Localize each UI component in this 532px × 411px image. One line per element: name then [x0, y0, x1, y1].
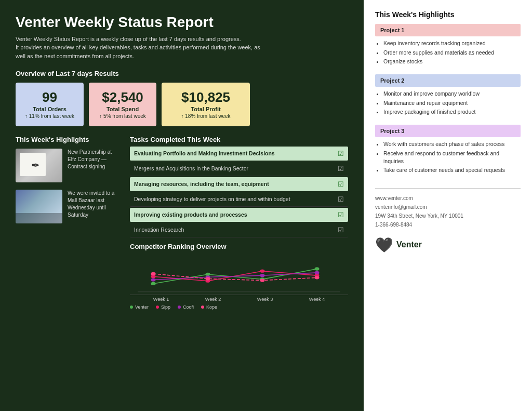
contact-website: www.venter.com	[375, 194, 521, 203]
tasks-competitor-col: Tasks Completed This Week Evaluating Por…	[130, 136, 348, 310]
legend-dot-coofi	[178, 306, 181, 309]
task-checkbox-1: ☑	[338, 150, 344, 157]
total-profit-number: $10,825	[171, 90, 241, 105]
rp-section-title: This Week's Highlights	[375, 10, 521, 19]
highlight-item-1: New Partnership at Elfz Company — Contra…	[16, 149, 119, 182]
project-3-header: Project 3	[375, 125, 521, 137]
task-checkbox-4: ☑	[338, 195, 344, 203]
svg-point-12	[315, 271, 320, 274]
total-spend-label: Total Spend	[98, 106, 147, 112]
total-spend-change: ↑ 5% from last week	[98, 113, 147, 119]
week-label-2: Week 2	[205, 297, 221, 302]
legend-dot-sipp	[156, 306, 159, 309]
legend-dot-kope	[201, 306, 204, 309]
project-3-items: Work with customers each phase of sales …	[375, 140, 521, 174]
project-card-2: Project 2 Monitor and improve company wo…	[375, 74, 521, 117]
overview-section-title: Overview of Last 7 days Results	[16, 70, 348, 77]
svg-point-14	[206, 277, 210, 280]
task-text-4: Developing strategy to deliver projects …	[134, 195, 335, 203]
total-orders-number: 99	[25, 90, 74, 105]
task-text-6: Innovation Research	[134, 226, 335, 233]
logo-area: 🖤 Venter	[375, 236, 521, 254]
total-spend-box: $2,540 Total Spend ↑ 5% from last week	[89, 83, 156, 126]
contact-phone: 1-366-698-8484	[375, 220, 521, 229]
svg-point-13	[151, 272, 156, 275]
task-checkbox-6: ☑	[338, 226, 344, 234]
legend-kope: Kope	[201, 304, 217, 310]
task-checkbox-5: ☑	[338, 211, 344, 219]
legend-label-kope: Kope	[206, 304, 217, 310]
project-3-item-1: Work with customers each phase of sales …	[383, 140, 521, 148]
contact-info: www.venter.com venterinfo@gmail.com 19W …	[375, 194, 521, 229]
project-2-header: Project 2	[375, 74, 521, 87]
contact-divider	[375, 188, 521, 189]
task-checkbox-2: ☑	[338, 165, 344, 173]
task-checkbox-3: ☑	[338, 180, 344, 188]
total-orders-box: 99 Total Orders ↑ 11% from last week	[16, 83, 84, 126]
svg-point-1	[151, 282, 156, 285]
week-label-1: Week 1	[153, 297, 169, 302]
legend-label-coofi: Coofi	[183, 304, 194, 310]
competitor-chart	[130, 254, 348, 295]
competitor-title: Competitor Ranking Overview	[130, 243, 348, 250]
legend-dot-venter	[130, 306, 133, 309]
contact-email: venterinfo@gmail.com	[375, 203, 521, 211]
legend-sipp: Sipp	[156, 304, 170, 310]
project-2-item-2: Maintenance and repair equipment	[383, 99, 521, 107]
highlight-item-2: We were invited to a Mall Bazaar last We…	[16, 190, 119, 223]
right-panel: This Week's Highlights Project 1 Keep in…	[364, 0, 532, 411]
svg-point-9	[151, 278, 156, 281]
left-panel: Venter Weekly Status Report Venter Weekl…	[0, 0, 364, 411]
project-1-header: Project 1	[375, 24, 521, 36]
stats-grid: 99 Total Orders ↑ 11% from last week $2,…	[16, 83, 348, 126]
week-label-4: Week 4	[309, 297, 325, 302]
svg-point-16	[315, 276, 320, 279]
project-1-items: Keep inventory records tracking organize…	[375, 39, 521, 65]
task-item-3: Managing resources, including the team, …	[130, 177, 348, 191]
project-1-item-1: Keep inventory records tracking organize…	[383, 39, 521, 47]
project-1-item-3: Organize stocks	[383, 58, 521, 65]
legend-label-venter: Venter	[135, 304, 149, 310]
total-orders-label: Total Orders	[25, 106, 74, 112]
highlight-text-2: We were invited to a Mall Bazaar last We…	[68, 190, 119, 219]
project-2-item-1: Monitor and improve company workflow	[383, 90, 521, 98]
legend-coofi: Coofi	[178, 304, 194, 310]
task-text-2: Mergers and Acquisitions in the Banking …	[134, 165, 335, 172]
total-spend-number: $2,540	[98, 90, 147, 105]
task-item-1: Evaluating Portfolio and Making Investme…	[130, 147, 348, 161]
total-profit-change: ↑ 18% from last week	[171, 113, 241, 119]
highlight-image-2	[16, 190, 62, 223]
legend-venter: Venter	[130, 304, 149, 310]
highlight-image-1	[16, 149, 62, 182]
chart-week-labels: Week 1 Week 2 Week 3 Week 4	[130, 297, 348, 302]
highlights-left-title: This Week's Highlights	[16, 136, 119, 143]
project-2-items: Monitor and improve company workflow Mai…	[375, 90, 521, 116]
svg-point-15	[260, 279, 265, 282]
report-title: Venter Weekly Status Report	[16, 15, 348, 31]
report-subtitle: Venter Weekly Status Report is a weekly …	[16, 35, 348, 61]
project-card-1: Project 1 Keep inventory records trackin…	[375, 24, 521, 67]
task-item-4: Developing strategy to deliver projects …	[130, 192, 348, 207]
total-profit-box: $10,825 Total Profit ↑ 18% from last wee…	[162, 83, 250, 126]
project-card-3: Project 3 Work with customers each phase…	[375, 125, 521, 176]
bottom-row: This Week's Highlights New Partnership a…	[16, 136, 348, 310]
task-item-5: Improving existing products and processe…	[130, 208, 348, 222]
task-text-3: Managing resources, including the team, …	[134, 180, 335, 188]
chart-legend: Venter Sipp Coofi Kope	[130, 304, 348, 310]
highlight-text-1: New Partnership at Elfz Company — Contra…	[68, 149, 119, 170]
highlights-left: This Week's Highlights New Partnership a…	[16, 136, 119, 310]
contact-address: 19W 34th Street, New York, NY 10001	[375, 211, 521, 220]
logo-name: Venter	[396, 240, 422, 249]
task-text-1: Evaluating Portfolio and Making Investme…	[134, 150, 335, 157]
project-3-item-2: Receive and respond to customer feedback…	[383, 150, 521, 165]
legend-label-sipp: Sipp	[161, 304, 170, 310]
task-item-2: Mergers and Acquisitions in the Banking …	[130, 162, 348, 176]
total-profit-label: Total Profit	[171, 106, 241, 112]
tasks-title: Tasks Completed This Week	[130, 136, 348, 143]
total-orders-change: ↑ 11% from last week	[25, 113, 74, 119]
project-2-item-3: Improve packaging of finished product	[383, 108, 521, 116]
week-label-3: Week 3	[257, 297, 273, 302]
svg-point-4	[315, 267, 320, 270]
project-3-item-3: Take care of customer needs and special …	[383, 166, 521, 174]
task-text-5: Improving existing products and processe…	[134, 211, 335, 218]
